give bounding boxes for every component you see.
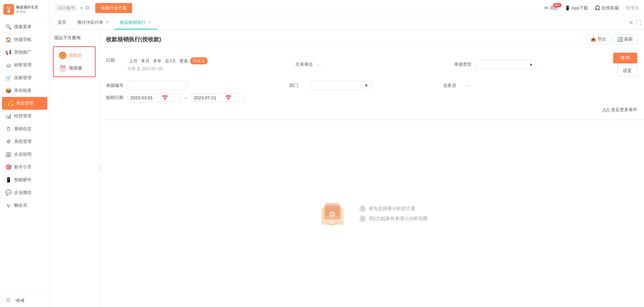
verify-date-end-wrap: 📅: [191, 93, 245, 102]
calendar-start-icon[interactable]: 📅: [162, 95, 168, 100]
dept-dropdown-icon: ▾: [365, 83, 368, 88]
bill-type-field: 单据类型 ▾: [454, 60, 606, 69]
sales-field: 业务员 ···: [443, 83, 590, 89]
sidebar-item-basicinfo[interactable]: 🗒 基础信息: [0, 122, 49, 135]
settings-icon[interactable]: ⚙: [5, 296, 11, 304]
filter-bordered-options: 💰 按收款 ⏰ 按应收: [53, 46, 96, 77]
tab-prepay-close[interactable]: ✕: [106, 20, 109, 24]
sidebar-item-member[interactable]: V 畅会员: [0, 199, 49, 212]
date-options-row: 上月 本月 本年 近7天 更多 自定义: [127, 57, 208, 65]
message-button[interactable]: ✉ 消息 99+: [544, 5, 558, 11]
app-download-button[interactable]: 📱 App下载: [565, 5, 588, 11]
calendar-end-icon[interactable]: 📅: [225, 95, 231, 100]
sidebar-label-member: 畅会员: [14, 202, 27, 208]
tab-bar-actions: ✕ ⛶: [629, 19, 641, 26]
sidebar-item-search[interactable]: 🔍 搜索菜单: [0, 20, 49, 33]
counterparty-input-btn[interactable]: ···: [317, 61, 323, 67]
tab-verify-close[interactable]: ✕: [149, 20, 152, 24]
sidebar-item-enterprise[interactable]: 🏢 企业协同: [0, 148, 49, 161]
hint-num-1: 1: [359, 205, 366, 212]
collapse-sidebar-icon[interactable]: ◀◀: [15, 296, 24, 304]
collapse-more-button[interactable]: ⋀⋀ 收起更多条件: [602, 105, 637, 115]
empty-illustration: [316, 197, 349, 231]
filter-panel-wrap: 按以下方查询 💰 按收款 ⏰ 按应收 《: [50, 30, 99, 307]
date-btn-more[interactable]: 更多: [178, 57, 190, 65]
sales-input-btn[interactable]: ···: [465, 83, 471, 89]
marketing-icon: 📢: [5, 49, 11, 55]
sidebar-item-operations[interactable]: 📊 经营管理: [0, 110, 49, 122]
sidebar-label-sysmanage: 系统管理: [14, 139, 32, 145]
filter-option-by-receivable[interactable]: ⏰ 按应收: [54, 62, 95, 74]
search-bar: 日期 上月 本月 本年 近7天 更多 自定义 不限 至 2023-07-26: [99, 48, 644, 120]
header-dropdown-icon[interactable]: ▾: [80, 6, 83, 10]
sidebar-item-guide[interactable]: 🎯 新手引导: [0, 161, 49, 173]
user-info[interactable]: 管理员: [626, 5, 639, 11]
sidebar-item-inventory[interactable]: 📦 库存核算: [0, 84, 49, 97]
page-header: 收款核销执行(按收款) 📤 导出 🔄 刷新: [99, 30, 644, 48]
sidebar-item-purchase[interactable]: 🛒 采购管理: [0, 71, 49, 84]
bill-type-select[interactable]: ▾: [476, 60, 536, 69]
date-btn-custom[interactable]: 自定义: [190, 57, 208, 64]
dept-select[interactable]: ▾: [311, 81, 371, 90]
receipt-icon: 💰: [59, 52, 66, 59]
tab-prepay[interactable]: 预付冲应付单 ✕: [72, 16, 114, 30]
bill-type-label: 单据类型: [454, 61, 473, 67]
filter-option-by-receipt[interactable]: 💰 按收款: [54, 49, 95, 62]
date-btn-this-month[interactable]: 本月: [140, 57, 151, 65]
collapse-icon: ⋀⋀: [602, 107, 610, 112]
sidebar: 🐰 畅捷通好生意 标准版 🔍 搜索菜单 🏠 快捷导航 📢 营销推广 🗂 销售管理…: [0, 0, 50, 307]
service-label: 在线客服: [601, 5, 619, 11]
empty-state: 1 请先选择要分析的方案 2 用[过滤]条件来缩小分析范围: [99, 120, 644, 307]
sidebar-label-wechat: 企业微信: [14, 190, 32, 196]
tab-verify[interactable]: 收款核销执行 ✕: [114, 16, 157, 30]
tab-home[interactable]: 首页: [52, 16, 72, 30]
online-service-button[interactable]: 🎧 在线客服: [595, 5, 619, 11]
bill-type-dropdown-icon: ▾: [530, 62, 532, 67]
date-separator: —: [184, 95, 188, 100]
main-content: 收款核销执行(按收款) 📤 导出 🔄 刷新: [99, 30, 644, 307]
hint-num-2: 2: [359, 215, 366, 222]
sidebar-label-finance: 资金管理: [16, 100, 34, 106]
tab-expand-button[interactable]: ⛶: [636, 20, 641, 26]
refresh-button[interactable]: 🔄 刷新: [613, 34, 637, 44]
filter-option-receivable-label: 按应收: [69, 65, 82, 71]
app-version: 标准版: [16, 9, 38, 14]
date-btn-7days[interactable]: 近7天: [164, 57, 177, 65]
date-btn-last-month[interactable]: 上月: [127, 57, 139, 65]
page-actions: 📤 导出 🔄 刷新: [586, 34, 637, 44]
sidebar-item-marketing[interactable]: 📢 营销推广: [0, 46, 49, 59]
header-gear-icon[interactable]: ⚙: [85, 5, 90, 11]
sales-icon: 🗂: [5, 62, 11, 68]
sidebar-item-sysmanage[interactable]: ⚙ 系统管理: [0, 135, 49, 148]
settings-button[interactable]: 设置: [617, 65, 637, 76]
header-logo-area: 演示账号 ▾ ⚙: [55, 4, 90, 12]
sidebar-item-hardware[interactable]: 📱 智能硬件: [0, 173, 49, 186]
search-row-3: 核销日期 📅 — 📅: [106, 93, 637, 102]
app-name: 畅捷通好生意: [16, 5, 38, 9]
bill-no-input[interactable]: [127, 81, 188, 90]
solution-button[interactable]: 体验行业方案: [95, 3, 132, 13]
query-button[interactable]: 查询: [613, 53, 637, 63]
filter-panel-collapse-btn[interactable]: 《: [96, 165, 103, 172]
export-button[interactable]: 📤 导出: [586, 34, 610, 44]
search-row-1: 日期 上月 本月 本年 近7天 更多 自定义 不限 至 2023-07-26: [106, 53, 637, 76]
sidebar-item-quicknav[interactable]: 🏠 快捷导航: [0, 33, 49, 46]
sidebar-logo: 🐰 畅捷通好生意 标准版: [0, 0, 49, 19]
sidebar-item-sales[interactable]: 🗂 销售管理: [0, 59, 49, 71]
receivable-icon: ⏰: [59, 64, 66, 72]
hardware-icon: 📱: [5, 177, 11, 183]
verify-date-start-input[interactable]: [130, 95, 161, 100]
refresh-label: 刷新: [624, 36, 633, 42]
message-badge: 99+: [553, 3, 561, 7]
app-logo-icon: 🐰: [3, 4, 14, 15]
sidebar-item-finance[interactable]: 💰 资金管理: [2, 97, 47, 110]
message-icon: ✉: [544, 5, 548, 10]
verify-date-end-input[interactable]: [194, 95, 224, 100]
collapse-row: ⋀⋀ 收起更多条件: [106, 105, 637, 115]
verify-date-label: 核销日期: [106, 95, 125, 101]
sidebar-item-wechat[interactable]: 💬 企业微信: [0, 186, 49, 199]
date-options-wrap: 上月 本月 本年 近7天 更多 自定义 不限 至 2023-07-26: [127, 57, 208, 72]
tab-close-all-button[interactable]: ✕: [629, 19, 633, 26]
top-header: 演示账号 ▾ ⚙ 体验行业方案 ✉ 消息 99+ 📱 App下载 🎧 在线客服 …: [50, 0, 644, 16]
date-btn-this-year[interactable]: 本年: [152, 57, 163, 65]
